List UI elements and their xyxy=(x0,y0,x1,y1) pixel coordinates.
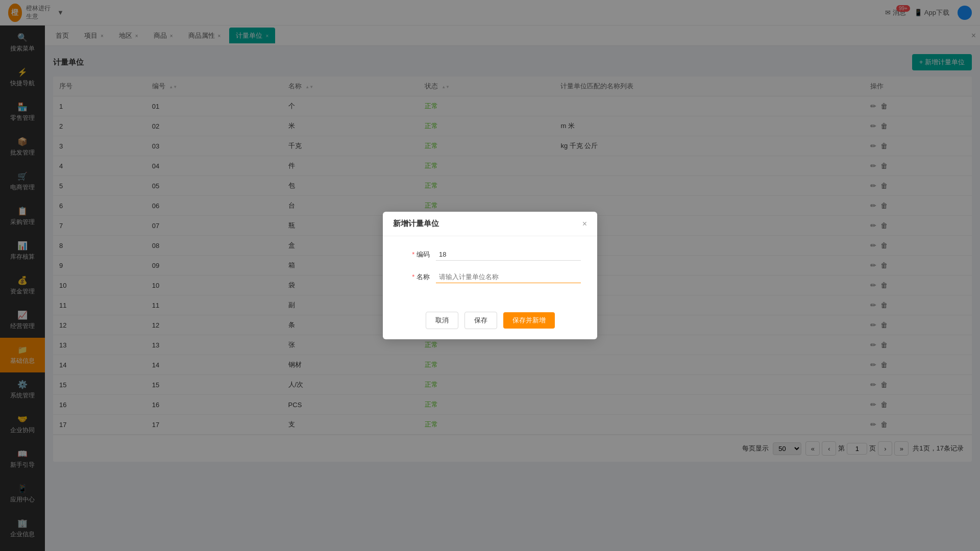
modal-footer: 取消 保存 保存并新增 xyxy=(383,306,597,339)
add-unit-modal: 新增计量单位 × * 编码 * 名称 取消 保存 保存并新增 xyxy=(383,212,597,339)
modal-close-button[interactable]: × xyxy=(582,219,587,229)
code-label: * 编码 xyxy=(399,250,430,259)
save-button[interactable]: 保存 xyxy=(464,312,497,329)
modal-title: 新增计量单位 xyxy=(393,219,439,229)
cancel-button[interactable]: 取消 xyxy=(426,312,458,329)
modal-overlay: 新增计量单位 × * 编码 * 名称 取消 保存 保存并新增 xyxy=(0,0,980,551)
name-input[interactable] xyxy=(436,271,581,283)
modal-body: * 编码 * 名称 xyxy=(383,236,597,306)
name-label: * 名称 xyxy=(399,272,430,282)
modal-header: 新增计量单位 × xyxy=(383,212,597,236)
name-form-row: * 名称 xyxy=(399,271,581,283)
code-form-row: * 编码 xyxy=(399,248,581,261)
save-and-new-button[interactable]: 保存并新增 xyxy=(503,312,555,329)
code-input[interactable] xyxy=(436,248,581,261)
